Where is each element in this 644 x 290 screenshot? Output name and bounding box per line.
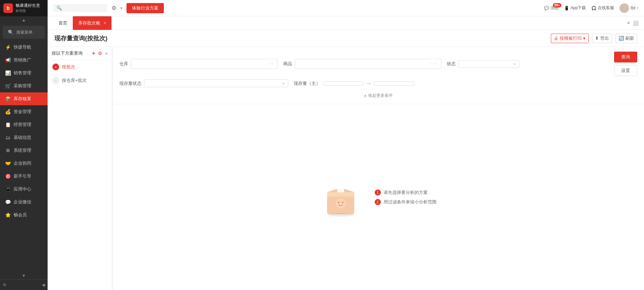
sidebar-nav: 🔍 搜索菜单 ⚡ 快捷导航 📢 营销推广 📊 销售管理 🛒 采购管理 📦 库存核… (0, 24, 48, 272)
sidebar-item-member[interactable]: ⭐ 畅会员 (0, 209, 48, 221)
left-panel-header-actions: + ⚙ « (92, 50, 108, 56)
sidebar-item-marketing-label: 营销推广 (14, 57, 31, 63)
main-area: 🔍 ⚙ ▾ 体验行业方案 💬 消息 99+ 📱 App下载 🎧 在线客服 Rit (48, 0, 644, 290)
stock-qty-min-input[interactable] (323, 81, 364, 86)
sidebar-item-purchase[interactable]: 🛒 采购管理 (0, 79, 48, 92)
add-plan-icon[interactable]: + (92, 50, 95, 56)
tip-text-1: 请先选择要分析的方案 (384, 189, 428, 196)
sidebar-footer: ⚙ ◀ (0, 279, 48, 290)
refresh-btn[interactable]: 🔄 刷新 (615, 34, 637, 43)
app-download-action[interactable]: 📱 App下载 (564, 5, 586, 11)
online-service-action[interactable]: 🎧 在线客服 (591, 5, 614, 11)
sidebar-item-marketing[interactable]: 📢 营销推广 (0, 54, 48, 67)
sidebar-item-quicknav[interactable]: ⚡ 快捷导航 (0, 41, 48, 54)
sidebar-settings-btn[interactable]: ⚙ (3, 283, 6, 287)
plan-icon-warehouse-batch: ○ (52, 77, 59, 84)
collapse-more-btn[interactable]: ∧ 收起更多条件 (119, 91, 637, 101)
app-download-label: App下载 (571, 5, 586, 11)
tab-close-icon[interactable]: × (104, 21, 106, 25)
export-btn[interactable]: ⬆ 导出 (592, 34, 612, 43)
company-name: 畅康通好生意 (16, 3, 40, 8)
user-name-label: Rit (630, 6, 635, 11)
sidebar-item-basics[interactable]: 🗂 基础信息 (0, 131, 48, 144)
inventory-icon: 📦 (5, 96, 11, 102)
product-dots[interactable]: ··· (431, 61, 438, 67)
sidebar-item-sales[interactable]: 📊 销售管理 (0, 67, 48, 79)
topbar-search-box[interactable]: 🔍 (53, 4, 107, 12)
sidebar-item-search-label: 搜索菜单 (16, 30, 33, 35)
filter-settings-btn[interactable]: 设置 (614, 65, 637, 76)
online-service-icon: 🎧 (591, 6, 596, 11)
sidebar-item-app-center-label: 应用中心 (14, 186, 31, 192)
quicknav-icon: ⚡ (5, 44, 11, 50)
status-select[interactable]: ∨ (458, 60, 520, 68)
enterprise-icon: 🤝 (5, 160, 11, 166)
search-icon: 🔍 (7, 29, 14, 35)
warehouse-filter-group: 仓库 ··· (119, 59, 278, 69)
stock-qty-max-input[interactable] (374, 81, 414, 86)
app-center-icon: 📱 (5, 186, 11, 192)
finance-icon: 💰 (5, 109, 11, 115)
left-panel: 按以下方案查询 + ⚙ « ● 按批次 (48, 47, 112, 290)
sidebar-item-newbie[interactable]: 🎯 新手引导 (0, 170, 48, 183)
page-header: 现存量查询(按批次) 🖨 按模板打印 ▾ ⬆ 导出 🔄 刷新 (48, 30, 644, 47)
online-service-label: 在线客服 (598, 5, 614, 11)
tab-home-label: 首页 (58, 20, 67, 26)
sidebar-item-wechat-label: 企业微信 (14, 199, 31, 205)
tab-home[interactable]: 首页 (53, 16, 73, 30)
experience-btn[interactable]: 体验行业方案 (126, 3, 164, 13)
sidebar-item-search[interactable]: 🔍 搜索菜单 (3, 26, 45, 39)
page-expand-icon[interactable]: ⬜ (633, 20, 639, 26)
sidebar: b 畅康通好生意 标准版 ▲ 🔍 搜索菜单 ⚡ 快捷导航 📢 营销推广 📊 销售… (0, 0, 48, 290)
scroll-down-btn[interactable]: ▼ (0, 272, 48, 279)
wechat-icon: 💬 (5, 199, 11, 205)
sidebar-item-finance[interactable]: 💰 资金管理 (0, 105, 48, 118)
page-close-btn[interactable]: × (627, 20, 630, 26)
warehouse-dots[interactable]: ··· (267, 61, 274, 67)
plan-item-batch[interactable]: ● 按批次 (48, 60, 112, 74)
left-panel-header: 按以下方案查询 + ⚙ « (48, 47, 112, 60)
sidebar-item-system[interactable]: ⚙ 系统管理 (0, 144, 48, 157)
messages-action[interactable]: 💬 消息 99+ (544, 5, 559, 11)
sidebar-collapse-btn[interactable]: ◀ (42, 283, 45, 287)
filter-row-1: 仓库 ··· 商品 ··· (119, 52, 637, 76)
app-logo: b (3, 3, 13, 13)
query-btn[interactable]: 查询 (614, 52, 637, 62)
stock-status-select[interactable]: ∨ (144, 79, 288, 87)
left-panel-title: 按以下方案查询 (52, 50, 83, 56)
app-version: 标准版 (16, 8, 40, 13)
user-avatar-action[interactable]: Rit ▾ (620, 3, 639, 13)
empty-state: 1 请先选择要分析的方案 2 用过滤条件来缩小分析范围 (113, 104, 644, 290)
print-btn[interactable]: 🖨 按模板打印 ▾ (551, 34, 589, 43)
sidebar-item-inventory[interactable]: 📦 库存核算 (0, 92, 48, 105)
sidebar-item-app-center[interactable]: 📱 应用中心 (0, 183, 48, 196)
tip-num-2: 2 (375, 199, 381, 205)
topbar-chevron-icon[interactable]: ▾ (120, 6, 122, 11)
stock-qty-filter-group: 现存量（主） — (294, 80, 463, 87)
product-label: 商品 (283, 61, 292, 67)
empty-tip-2: 2 用过滤条件来缩小分析范围 (375, 199, 437, 205)
user-chevron-icon: ▾ (637, 6, 639, 10)
app-title-group: 畅康通好生意 标准版 (16, 3, 40, 13)
topbar-actions: 💬 消息 99+ 📱 App下载 🎧 在线客服 Rit ▾ (544, 3, 639, 13)
svg-point-5 (328, 213, 354, 217)
empty-tips: 1 请先选择要分析的方案 2 用过滤条件来缩小分析范围 (375, 189, 437, 205)
messages-badge: 99+ (553, 3, 561, 7)
sidebar-item-wechat[interactable]: 💬 企业微信 (0, 196, 48, 209)
plan-item-warehouse-batch[interactable]: ○ 按仓库+批次 (48, 74, 112, 87)
warehouse-input[interactable]: ··· (131, 59, 278, 69)
sidebar-item-member-label: 畅会员 (14, 212, 27, 218)
product-input[interactable]: ··· (295, 59, 442, 69)
topbar-gear-icon[interactable]: ⚙ (112, 5, 116, 11)
sidebar-item-enterprise-label: 企业协同 (14, 160, 31, 166)
sidebar-item-operations[interactable]: 📋 经营管理 (0, 118, 48, 131)
scroll-up-btn[interactable]: ▲ (0, 16, 48, 24)
product-filter-group: 商品 ··· (283, 59, 442, 69)
sidebar-item-enterprise[interactable]: 🤝 企业协同 (0, 157, 48, 170)
topbar-search-input[interactable] (64, 6, 98, 11)
tab-inventory-batch[interactable]: 库存批次账 × (73, 16, 112, 30)
right-panel: 仓库 ··· 商品 ··· (113, 47, 644, 290)
collapse-left-icon[interactable]: « (105, 51, 108, 56)
plan-settings-icon[interactable]: ⚙ (98, 51, 102, 56)
content-area: 按以下方案查询 + ⚙ « ● 按批次 (48, 47, 644, 290)
